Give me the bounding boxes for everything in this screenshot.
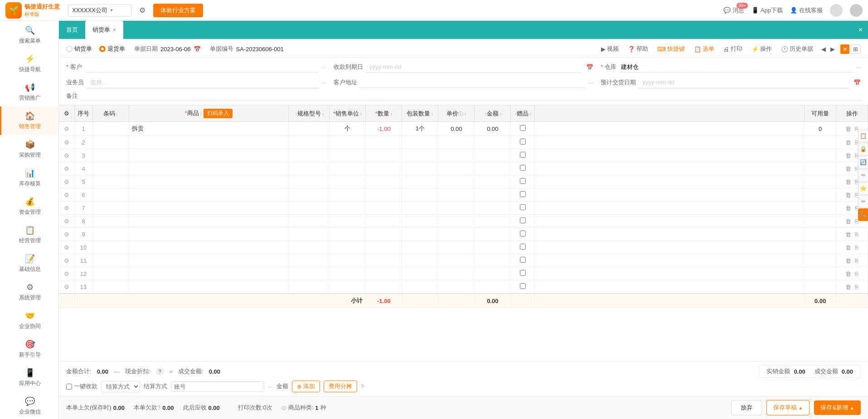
row-product[interactable] bbox=[129, 136, 289, 149]
help-button[interactable]: ❓ 帮助 bbox=[625, 43, 651, 54]
copy-row-icon[interactable]: ⎘ bbox=[855, 257, 858, 264]
row-qty[interactable] bbox=[366, 162, 402, 175]
print-button[interactable]: 🖨 打印 bbox=[721, 43, 745, 54]
draft-button[interactable]: 保存草稿 ▲ bbox=[766, 400, 810, 415]
discard-button[interactable]: 放弃 bbox=[731, 400, 762, 415]
help-icon2[interactable]: ? bbox=[157, 404, 160, 411]
row-qty[interactable] bbox=[366, 188, 402, 202]
online-support-button[interactable]: 👤 在线客服 bbox=[790, 6, 823, 14]
select-order-button[interactable]: 📋 选单 bbox=[691, 43, 717, 54]
row-spec[interactable] bbox=[289, 175, 330, 188]
row-gift[interactable] bbox=[511, 149, 535, 162]
company-selector[interactable]: XXXXXX公司 ▼ bbox=[68, 4, 131, 17]
row-price[interactable]: 0.00 bbox=[438, 122, 475, 136]
row-spec[interactable] bbox=[289, 228, 330, 241]
row-barcode[interactable] bbox=[92, 149, 129, 162]
view-btn-grid[interactable]: ⊞ bbox=[850, 44, 861, 54]
copy-row-icon[interactable]: ⎘ bbox=[855, 231, 858, 238]
account-dots-icon[interactable]: ··· bbox=[268, 383, 273, 390]
row-qty[interactable] bbox=[366, 241, 402, 254]
warehouse-input[interactable]: 建材仓 bbox=[619, 62, 853, 72]
row-barcode[interactable] bbox=[92, 241, 129, 254]
sidebar-item-wechat[interactable]: 💬 企业微信 bbox=[0, 392, 58, 419]
sidebar-item-operation[interactable]: 📋 经营管理 bbox=[0, 221, 58, 249]
row-gift-checkbox[interactable] bbox=[520, 217, 526, 223]
customer-addr-more-icon[interactable]: ··· bbox=[588, 79, 593, 86]
row-qty[interactable] bbox=[366, 254, 402, 267]
row-price[interactable] bbox=[438, 162, 475, 175]
row-barcode[interactable] bbox=[92, 228, 129, 241]
copy-row-icon[interactable]: ⎘ bbox=[855, 270, 858, 277]
row-pkg-qty[interactable] bbox=[402, 202, 438, 215]
row-pkg-qty[interactable] bbox=[402, 241, 438, 254]
salesman-input[interactable] bbox=[87, 77, 319, 88]
row-unit[interactable] bbox=[330, 228, 366, 241]
row-pkg-qty[interactable] bbox=[402, 175, 438, 188]
sidebar-item-sales[interactable]: 🏠 销售管理 bbox=[0, 106, 58, 135]
delete-row-icon[interactable]: 🗑 bbox=[845, 270, 851, 277]
calendar-icon[interactable]: 📅 bbox=[194, 46, 201, 53]
row-gift[interactable] bbox=[511, 228, 535, 241]
row-gift-checkbox[interactable] bbox=[520, 139, 526, 144]
row-qty[interactable] bbox=[366, 136, 402, 149]
row-amount[interactable] bbox=[475, 241, 511, 254]
sidebar-item-purchase[interactable]: 📦 采购管理 bbox=[0, 135, 58, 164]
row-barcode[interactable] bbox=[92, 175, 129, 188]
row-gear-cell[interactable]: ⚙ bbox=[59, 122, 74, 136]
row-product[interactable] bbox=[129, 188, 289, 202]
delete-row-icon[interactable]: 🗑 bbox=[845, 125, 851, 132]
row-amount[interactable] bbox=[475, 136, 511, 149]
sidebar-item-marketing[interactable]: 📢 营销推广 bbox=[0, 78, 58, 106]
row-spec[interactable] bbox=[289, 202, 330, 215]
row-gear-cell[interactable]: ⚙ bbox=[59, 280, 74, 294]
sidebar-item-guide[interactable]: 🎯 新手引导 bbox=[0, 335, 58, 363]
row-unit[interactable] bbox=[330, 188, 366, 202]
pay-method-select[interactable]: 结算方式 bbox=[101, 381, 140, 392]
view-btn-list[interactable]: ≡ bbox=[840, 44, 849, 54]
row-unit[interactable] bbox=[330, 280, 366, 294]
row-gift[interactable] bbox=[511, 215, 535, 228]
row-spec[interactable] bbox=[289, 241, 330, 254]
row-gift-checkbox[interactable] bbox=[520, 125, 526, 131]
delete-row-icon[interactable]: 🗑 bbox=[845, 205, 851, 212]
row-barcode[interactable] bbox=[92, 280, 129, 294]
row-gear-cell[interactable]: ⚙ bbox=[59, 162, 74, 175]
row-barcode[interactable] bbox=[92, 254, 129, 267]
salesman-more-icon[interactable]: ··· bbox=[321, 79, 326, 86]
sidebar-item-base[interactable]: 📝 基础信息 bbox=[0, 249, 58, 278]
row-gift-checkbox[interactable] bbox=[520, 152, 526, 158]
row-gift-checkbox[interactable] bbox=[520, 283, 526, 289]
delete-row-icon[interactable]: 🗑 bbox=[845, 178, 851, 185]
delete-row-icon[interactable]: 🗑 bbox=[845, 218, 851, 225]
note-input[interactable] bbox=[81, 91, 861, 101]
row-barcode[interactable] bbox=[92, 136, 129, 149]
row-gear-cell[interactable]: ⚙ bbox=[59, 202, 74, 215]
row-price[interactable] bbox=[438, 267, 475, 280]
row-pkg-qty[interactable] bbox=[402, 228, 438, 241]
row-amount[interactable] bbox=[475, 188, 511, 202]
delivery-date-input[interactable] bbox=[639, 77, 849, 88]
row-amount[interactable] bbox=[475, 254, 511, 267]
row-pkg-qty[interactable] bbox=[402, 254, 438, 267]
row-gear-cell[interactable]: ⚙ bbox=[59, 215, 74, 228]
row-amount[interactable]: 0.00 bbox=[475, 122, 511, 136]
row-product[interactable] bbox=[129, 149, 289, 162]
delete-row-icon[interactable]: 🗑 bbox=[845, 257, 851, 264]
scan-button[interactable]: 扫码录入 bbox=[204, 109, 233, 118]
row-price[interactable] bbox=[438, 215, 475, 228]
shortcut-button[interactable]: ⌨ 快捷键 bbox=[655, 43, 688, 54]
row-pkg-qty[interactable] bbox=[402, 162, 438, 175]
row-amount[interactable] bbox=[475, 280, 511, 294]
nav-prev-icon[interactable]: ◀ bbox=[820, 45, 828, 53]
row-pkg-qty[interactable] bbox=[402, 267, 438, 280]
warehouse-more-icon[interactable]: ··· bbox=[856, 64, 861, 71]
row-amount[interactable] bbox=[475, 228, 511, 241]
row-gear-cell[interactable]: ⚙ bbox=[59, 188, 74, 202]
row-price[interactable] bbox=[438, 228, 475, 241]
row-product[interactable] bbox=[129, 215, 289, 228]
row-pkg-qty[interactable] bbox=[402, 188, 438, 202]
trial-button[interactable]: 体验行业方案 bbox=[153, 4, 203, 17]
row-gift-checkbox[interactable] bbox=[520, 257, 526, 263]
calc-icon[interactable]: ? bbox=[156, 367, 164, 376]
row-gear-cell[interactable]: ⚙ bbox=[59, 228, 74, 241]
